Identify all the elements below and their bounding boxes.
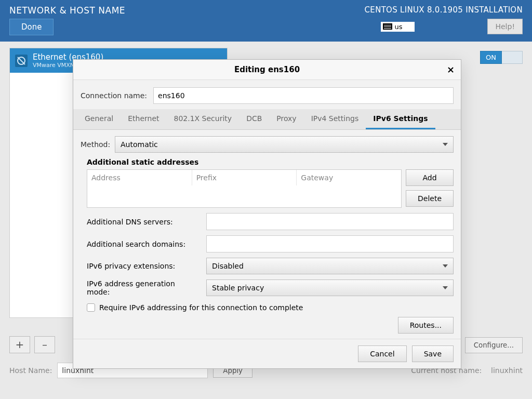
close-icon[interactable]: × <box>447 64 455 75</box>
keyboard-icon <box>383 23 392 30</box>
delete-address-button[interactable]: Delete <box>406 190 454 207</box>
col-gateway: Gateway <box>297 170 401 185</box>
add-interface-button[interactable]: + <box>9 336 30 353</box>
privacy-ext-value: Disabled <box>212 262 244 270</box>
tab-proxy[interactable]: Proxy <box>269 109 303 129</box>
dns-servers-label: Additional DNS servers: <box>87 218 200 226</box>
method-select[interactable]: Automatic <box>115 136 454 153</box>
tab-ipv4[interactable]: IPv4 Settings <box>304 109 366 129</box>
require-ipv6-label: Require IPv6 addressing for this connect… <box>99 303 303 312</box>
installer-label: CENTOS LINUX 8.0.1905 INSTALLATION <box>365 5 523 15</box>
configure-button[interactable]: Configure... <box>465 337 523 353</box>
additional-addresses-title: Additional static addresses <box>87 158 454 166</box>
add-address-button[interactable]: Add <box>406 169 454 186</box>
tab-ipv6[interactable]: IPv6 Settings <box>366 109 435 129</box>
connection-name-input[interactable] <box>153 87 454 104</box>
toggle-slot <box>502 51 523 64</box>
dns-servers-input[interactable] <box>206 213 454 230</box>
help-button[interactable]: Help! <box>487 19 523 34</box>
tab-8021x[interactable]: 802.1X Security <box>167 109 240 129</box>
address-table[interactable]: Address Prefix Gateway <box>87 169 402 208</box>
chevron-down-icon <box>443 264 448 268</box>
require-ipv6-checkbox[interactable]: Require IPv6 addressing for this connect… <box>87 303 454 312</box>
tab-ethernet[interactable]: Ethernet <box>121 109 166 129</box>
addr-gen-value: Stable privacy <box>212 284 264 292</box>
search-domains-label: Additional search domains: <box>87 240 200 248</box>
remove-interface-button[interactable]: – <box>34 336 55 353</box>
installer-header: NETWORK & HOST NAME Done CENTOS LINUX 8.… <box>0 0 532 42</box>
addr-gen-select[interactable]: Stable privacy <box>206 280 454 296</box>
dialog-titlebar: Editing ens160 × <box>73 60 461 80</box>
tab-dcb[interactable]: DCB <box>239 109 269 129</box>
chevron-down-icon <box>443 286 448 289</box>
dialog-tabs: General Ethernet 802.1X Security DCB Pro… <box>73 109 461 130</box>
cancel-button[interactable]: Cancel <box>358 345 406 362</box>
page-title: NETWORK & HOST NAME <box>9 5 125 16</box>
method-value: Automatic <box>121 140 158 149</box>
current-hostname-value: linuxhint <box>491 366 523 375</box>
chevron-down-icon <box>443 143 448 146</box>
toggle-on-label: ON <box>480 51 502 64</box>
edit-connection-dialog: Editing ens160 × Connection name: Genera… <box>73 59 461 369</box>
save-button[interactable]: Save <box>412 345 454 362</box>
col-prefix: Prefix <box>192 170 297 185</box>
addr-gen-label: IPv6 address generation mode: <box>87 280 200 296</box>
connection-toggle[interactable]: ON <box>480 51 523 64</box>
ethernet-icon <box>15 55 28 67</box>
checkbox-icon <box>87 303 95 312</box>
search-domains-input[interactable] <box>206 235 454 252</box>
hostname-label: Host Name: <box>9 366 52 375</box>
keyboard-layout: us <box>394 23 402 31</box>
connection-name-label: Connection name: <box>81 91 147 100</box>
routes-button[interactable]: Routes... <box>398 317 454 334</box>
keyboard-indicator[interactable]: us <box>381 22 415 32</box>
privacy-ext-label: IPv6 privacy extensions: <box>87 262 200 270</box>
done-button[interactable]: Done <box>9 19 54 35</box>
col-address: Address <box>87 170 192 185</box>
privacy-ext-select[interactable]: Disabled <box>206 258 454 274</box>
tab-general[interactable]: General <box>77 109 121 129</box>
method-label: Method: <box>81 140 109 149</box>
dialog-title: Editing ens160 <box>234 65 300 74</box>
